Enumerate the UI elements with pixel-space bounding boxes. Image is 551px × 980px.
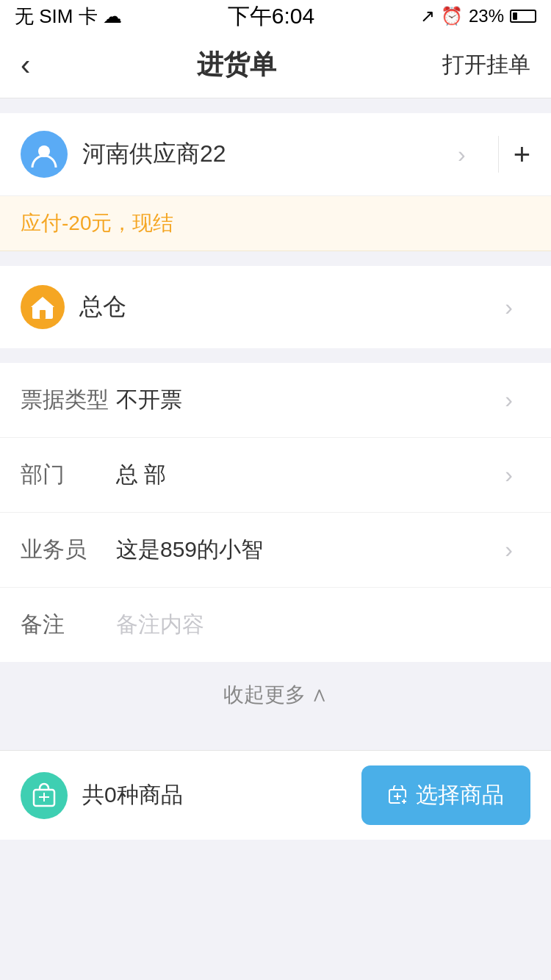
battery-label: 23% [469, 6, 504, 26]
open-pending-button[interactable]: 打开挂单 [442, 50, 530, 80]
dept-label: 部门 [21, 460, 116, 490]
page-title: 进货单 [197, 47, 276, 83]
sales-row[interactable]: 业务员 这是859的小智 › [0, 512, 551, 587]
nav-bar: ‹ 进货单 打开挂单 [0, 32, 551, 98]
sales-value: 这是859的小智 [116, 535, 505, 565]
warehouse-icon [21, 285, 65, 329]
status-bar: 无 SIM 卡 ☁ 下午6:04 ↗ ⏰ 23% [0, 0, 551, 32]
product-icon-wrap [21, 772, 68, 819]
supplier-section: 河南供应商22 › + 应付-20元，现结 [0, 113, 551, 251]
invoice-chevron-icon: › [505, 386, 513, 414]
section-gap-2 [0, 251, 551, 266]
status-time: 下午6:04 [228, 1, 314, 32]
warehouse-name: 总仓 [79, 291, 505, 323]
dept-row[interactable]: 部门 总 部 › [0, 437, 551, 512]
remark-input[interactable]: 备注内容 [116, 610, 530, 640]
product-count-label: 共0种商品 [82, 780, 347, 810]
vertical-divider [498, 136, 499, 173]
battery-icon [510, 10, 536, 23]
section-gap-4 [0, 728, 551, 750]
status-left: 无 SIM 卡 ☁ [15, 4, 122, 29]
supplier-avatar [21, 131, 68, 178]
collapse-label: 收起更多 ∧ [223, 681, 328, 709]
svg-marker-2 [31, 297, 54, 307]
alarm-icon: ⏰ [441, 6, 463, 26]
warehouse-chevron-icon: › [505, 294, 513, 321]
page-background [0, 840, 551, 980]
notice-text: 应付-20元，现结 [21, 212, 173, 234]
status-right: ↗ ⏰ 23% [420, 6, 536, 26]
invoice-value: 不开票 [116, 385, 505, 415]
supplier-chevron-icon: › [458, 141, 466, 168]
section-gap-3 [0, 348, 551, 363]
select-product-label: 选择商品 [416, 780, 504, 810]
supplier-row[interactable]: 河南供应商22 › + [0, 113, 551, 196]
add-supplier-button[interactable]: + [514, 138, 530, 171]
invoice-type-row[interactable]: 票据类型 不开票 › [0, 363, 551, 437]
warehouse-section: 总仓 › [0, 266, 551, 348]
invoice-label: 票据类型 [21, 385, 116, 415]
sales-label: 业务员 [21, 535, 116, 565]
back-button[interactable]: ‹ [21, 48, 30, 82]
supplier-name: 河南供应商22 [82, 138, 458, 170]
bottom-bar: 共0种商品 选择商品 [0, 750, 551, 840]
form-section: 票据类型 不开票 › 部门 总 部 › 业务员 这是859的小智 › 备注 备注… [0, 363, 551, 662]
warehouse-row[interactable]: 总仓 › [0, 266, 551, 348]
select-product-button[interactable]: 选择商品 [361, 765, 530, 825]
notice-bar: 应付-20元，现结 [0, 196, 551, 251]
sim-label: 无 SIM 卡 ☁ [15, 4, 122, 29]
dept-value: 总 部 [116, 460, 505, 490]
collapse-toggle[interactable]: 收起更多 ∧ [0, 662, 551, 728]
remark-row[interactable]: 备注 备注内容 [0, 587, 551, 662]
svg-rect-3 [40, 310, 46, 319]
sales-chevron-icon: › [505, 536, 513, 563]
section-gap-1 [0, 98, 551, 113]
remark-label: 备注 [21, 610, 116, 640]
location-icon: ↗ [420, 6, 435, 26]
dept-chevron-icon: › [505, 461, 513, 489]
